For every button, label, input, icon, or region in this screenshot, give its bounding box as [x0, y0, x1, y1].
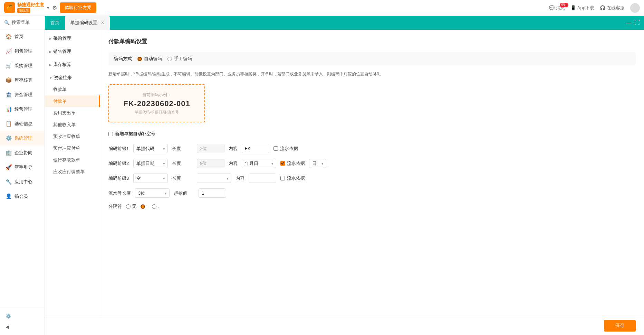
sidebar-item-label: 库存核算: [15, 77, 32, 83]
period-select[interactable]: 日 月 年: [309, 159, 326, 168]
home-icon: 🏠: [6, 34, 12, 40]
sub-group-finance-title[interactable]: ▼ 资金往来: [45, 72, 100, 84]
sidebar-item-basics[interactable]: 📋 基础信息: [0, 117, 45, 131]
sep-dot-input[interactable]: [152, 204, 156, 209]
trial-btn[interactable]: 体验行业方案: [60, 2, 96, 13]
serial3-checkbox-label[interactable]: 流水依据: [280, 175, 305, 182]
content2-select[interactable]: 年月日 年月 年: [242, 159, 276, 168]
sub-group-purchase: ▶ 采购管理: [45, 32, 100, 44]
length3-select-wrapper: [197, 174, 231, 183]
tabs-maximize-icon[interactable]: ⛶: [634, 20, 640, 26]
message-item[interactable]: 💬 消息 99+: [549, 5, 565, 11]
app-download-item[interactable]: 📱 App下载: [570, 5, 594, 11]
content-area: 首页 单据编码设置 ✕ — ⛶ ▶ 采购管理: [45, 16, 644, 335]
tab-encoding[interactable]: 单据编码设置 ✕: [65, 16, 110, 30]
sub-group-sales-title[interactable]: ▶ 销售管理: [45, 46, 100, 57]
sep-dot-radio[interactable]: .: [152, 204, 159, 209]
serial-length-select[interactable]: 3位 4位 5位: [135, 188, 170, 198]
start-value-input[interactable]: [199, 188, 226, 198]
inner-layout: ▶ 采购管理 ▶ 销售管理 ▶ 库存核算: [45, 30, 644, 316]
sub-group-inventory-title[interactable]: ▶ 库存核算: [45, 59, 100, 71]
encoding-method-label: 编码方式: [114, 56, 132, 62]
sep-none-radio[interactable]: 无: [126, 203, 136, 210]
auto-fill-label[interactable]: 新增单据自动补空号: [115, 131, 155, 137]
content1-input[interactable]: [242, 144, 269, 153]
prefix1-select[interactable]: 单据代码 单据日期 空: [133, 144, 168, 153]
operations-icon: 📊: [6, 106, 12, 112]
serial1-checkbox-label[interactable]: 流水依据: [273, 146, 298, 152]
logo-main: 畅捷通好生意: [17, 2, 44, 8]
auto-code-input[interactable]: [137, 57, 142, 61]
sidebar-item-sales[interactable]: 📈 销售管理: [0, 44, 45, 58]
sub-item-income[interactable]: 其他收入单: [45, 119, 100, 131]
sidebar-item-newguide[interactable]: 🚀 新手引导: [0, 160, 45, 175]
message-badge: 99+: [560, 3, 568, 7]
sidebar-item-system[interactable]: ⚙️ 系统管理: [0, 131, 45, 146]
header-controls: ▾ ⚙ 体验行业方案: [47, 2, 96, 13]
bottom-bar: 保存: [45, 316, 644, 335]
chevron-right-icon: ▶: [49, 63, 52, 67]
tabs-minimize-icon[interactable]: —: [626, 20, 632, 26]
finance-icon: 🏦: [6, 92, 12, 98]
tab-home-label: 首页: [50, 20, 59, 26]
sub-item-expense[interactable]: 费用支出单: [45, 107, 100, 119]
auto-fill-row: 新增单据自动补空号: [108, 131, 636, 137]
sub-group-finance: ▼ 资金往来 收款单 付款单 费用支出单 其他收入单 预收冲应收单 预付冲应付单…: [45, 72, 100, 178]
manual-code-input[interactable]: [167, 57, 172, 61]
sub-item-bank[interactable]: 银行存取款单: [45, 154, 100, 166]
separator-radio-group: 无 - .: [126, 203, 159, 210]
sep-none-label: 无: [132, 203, 136, 210]
prefix2-select[interactable]: 单据日期 单据代码 空: [133, 159, 168, 168]
sub-item-payment[interactable]: 付款单: [45, 95, 100, 107]
form-row-1: 编码前缀1 单据代码 单据日期 空 长度 内容 流水依据: [108, 144, 636, 153]
auto-code-radio[interactable]: 自动编码: [137, 56, 162, 62]
sidebar-bottom-settings[interactable]: ⚙️: [0, 311, 45, 322]
page-title: 付款单编码设置: [108, 38, 636, 45]
sep-dash-label: -: [146, 204, 148, 209]
online-service-item[interactable]: 🎧 在线客服: [600, 5, 625, 11]
sub-item-prepayout[interactable]: 预付冲应付单: [45, 142, 100, 154]
sep-none-input[interactable]: [126, 204, 131, 209]
tab-home[interactable]: 首页: [45, 16, 65, 30]
manual-code-radio[interactable]: 手工编码: [167, 56, 192, 62]
sidebar-item-label: 采购管理: [15, 63, 32, 69]
sidebar-bottom-collapse[interactable]: ◀: [0, 322, 45, 332]
newguide-icon: 🚀: [6, 164, 12, 170]
main-panel: 付款单编码设置 编码方式 自动编码 手工编码 新增单据时，*单据编码*自动生成: [100, 30, 644, 316]
tabs-bar: 首页 单据编码设置 ✕ — ⛶: [45, 16, 644, 30]
user-avatar[interactable]: [630, 3, 640, 13]
sub-item-adjustment[interactable]: 应收应付调整单: [45, 166, 100, 178]
chevron-right-icon: ▶: [49, 37, 52, 40]
save-button[interactable]: 保存: [604, 320, 636, 332]
serial2-checkbox[interactable]: [280, 161, 285, 166]
sidebar-search[interactable]: 🔍 搜索菜单: [0, 16, 45, 29]
sidebar-item-home[interactable]: 🏠 首页: [0, 29, 45, 44]
content3-input[interactable]: [249, 174, 276, 183]
serial-length-select-wrapper: 3位 4位 5位: [135, 188, 170, 198]
preview-label: 当前编码示例：: [119, 92, 194, 98]
sub-item-prepay[interactable]: 预收冲应收单: [45, 131, 100, 142]
sub-group-sales: ▶ 销售管理: [45, 46, 100, 57]
sidebar-item-enterprise[interactable]: 🏢 企业协同: [0, 146, 45, 160]
serial3-checkbox[interactable]: [280, 176, 285, 180]
header-dropdown[interactable]: ▾: [47, 5, 49, 10]
sidebar-item-inventory[interactable]: 📦 库存核算: [0, 73, 45, 87]
tab-close-icon[interactable]: ✕: [101, 20, 104, 25]
sub-group-purchase-title[interactable]: ▶ 采购管理: [45, 32, 100, 44]
sidebar-item-member[interactable]: 👤 畅会员: [0, 189, 45, 204]
sep-dash-radio[interactable]: -: [141, 204, 148, 209]
sidebar-item-finance[interactable]: 🏦 资金管理: [0, 87, 45, 102]
sidebar-item-appcenter[interactable]: 🔧 应用中心: [0, 175, 45, 189]
separator-row: 分隔符 无 - .: [108, 203, 636, 210]
sep-dash-input[interactable]: [141, 204, 145, 209]
sub-item-receipts[interactable]: 收款单: [45, 84, 100, 95]
length3-select[interactable]: [197, 174, 231, 183]
auto-fill-checkbox[interactable]: [108, 132, 113, 136]
sidebar-item-operations[interactable]: 📊 经营管理: [0, 102, 45, 117]
serial1-checkbox[interactable]: [273, 146, 278, 151]
prefix3-select[interactable]: 空 单据代码 单据日期: [133, 174, 168, 183]
header-gear-icon[interactable]: ⚙: [52, 4, 57, 11]
length1-label: 长度: [172, 146, 193, 152]
sidebar-item-purchase[interactable]: 🛒 采购管理: [0, 58, 45, 73]
serial2-checkbox-label[interactable]: 流水依据: [280, 160, 305, 167]
